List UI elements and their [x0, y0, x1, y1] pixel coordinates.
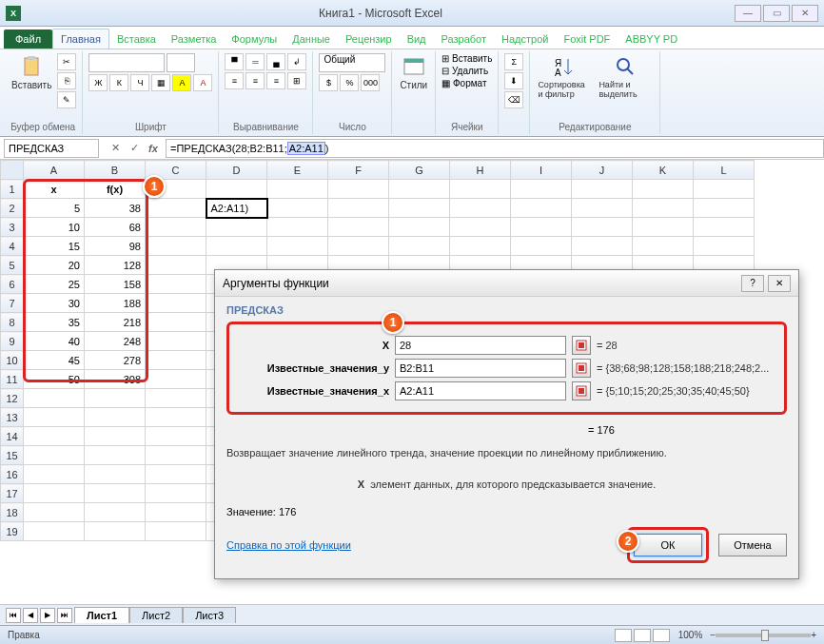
clear-button[interactable]: ⌫ [504, 91, 523, 108]
cell-C2[interactable] [146, 199, 206, 218]
cell-C17[interactable] [146, 484, 206, 503]
tab-home[interactable]: Главная [52, 29, 109, 49]
border-button[interactable]: ▦ [151, 74, 170, 91]
tab-view[interactable]: Вид [400, 29, 434, 49]
cell-C16[interactable] [146, 465, 206, 484]
view-break-button[interactable] [653, 629, 670, 642]
cell-C8[interactable] [146, 313, 206, 332]
cell-A7[interactable]: 30 [24, 294, 85, 313]
align-top-button[interactable]: ▀ [225, 53, 244, 70]
number-format-select[interactable]: Общий [319, 53, 385, 72]
cell-A13[interactable] [24, 408, 85, 427]
cell-A9[interactable]: 40 [24, 332, 85, 351]
cell-C4[interactable] [146, 237, 206, 256]
sheet-nav-first[interactable]: ⏮ [6, 608, 21, 623]
cell-B4[interactable]: 98 [85, 237, 146, 256]
ok-button[interactable]: ОК [634, 534, 702, 556]
cell-B10[interactable]: 278 [85, 351, 146, 370]
bold-button[interactable]: Ж [88, 74, 108, 91]
row-header-15[interactable]: 15 [1, 446, 24, 465]
cell-B2[interactable]: 38 [85, 199, 146, 218]
cell-E1[interactable] [267, 180, 328, 199]
cell-K1[interactable] [633, 180, 694, 199]
cell-C9[interactable] [146, 332, 206, 351]
row-header-17[interactable]: 17 [1, 484, 24, 503]
font-color-button[interactable]: А [193, 74, 212, 91]
paste-button[interactable]: Вставить [10, 53, 53, 92]
cell-A1[interactable]: x [24, 180, 85, 199]
italic-button[interactable]: К [109, 74, 128, 91]
cell-A10[interactable]: 45 [24, 351, 85, 370]
cell-A12[interactable] [24, 389, 85, 408]
cell-L4[interactable] [694, 237, 755, 256]
tab-insert[interactable]: Вставка [109, 29, 164, 49]
cell-F1[interactable] [328, 180, 389, 199]
sheet-nav-last[interactable]: ⏭ [57, 608, 72, 623]
sheet-tab-2[interactable]: Лист2 [129, 607, 183, 623]
cell-L2[interactable] [694, 199, 755, 218]
cell-C10[interactable] [146, 351, 206, 370]
cell-H1[interactable] [450, 180, 511, 199]
row-header-7[interactable]: 7 [1, 294, 24, 313]
cell-H4[interactable] [450, 237, 511, 256]
cell-F2[interactable] [328, 199, 389, 218]
col-header-K[interactable]: K [633, 161, 694, 180]
arg-knownx-range-button[interactable] [572, 381, 591, 400]
fx-button[interactable]: fx [145, 140, 162, 157]
cell-G4[interactable] [389, 237, 450, 256]
cell-C19[interactable] [146, 522, 206, 541]
cell-J1[interactable] [572, 180, 633, 199]
cell-A19[interactable] [24, 522, 85, 541]
row-header-4[interactable]: 4 [1, 237, 24, 256]
cancel-formula-button[interactable]: ✕ [107, 140, 124, 157]
align-center-button[interactable]: ≡ [245, 72, 265, 89]
row-header-14[interactable]: 14 [1, 427, 24, 446]
enter-formula-button[interactable]: ✓ [126, 140, 143, 157]
col-header-D[interactable]: D [206, 161, 267, 180]
cell-H3[interactable] [450, 218, 511, 237]
dialog-titlebar[interactable]: Аргументы функции ? ✕ [215, 270, 798, 297]
cell-A4[interactable]: 15 [24, 237, 85, 256]
col-header-J[interactable]: J [572, 161, 633, 180]
cell-A3[interactable]: 10 [24, 218, 85, 237]
cell-C18[interactable] [146, 503, 206, 522]
function-help-link[interactable]: Справка по этой функции [226, 539, 351, 551]
cell-B14[interactable] [85, 427, 146, 446]
styles-button[interactable]: Стили [398, 53, 429, 92]
tab-layout[interactable]: Разметка [164, 29, 225, 49]
row-header-3[interactable]: 3 [1, 218, 24, 237]
view-layout-button[interactable] [634, 629, 651, 642]
align-middle-button[interactable]: ═ [245, 53, 265, 70]
row-header-13[interactable]: 13 [1, 408, 24, 427]
cancel-button[interactable]: Отмена [718, 534, 787, 556]
arg-knownx-input[interactable] [395, 381, 566, 400]
autosum-button[interactable]: Σ [504, 53, 523, 70]
cut-button[interactable]: ✂ [57, 53, 76, 70]
zoom-slider[interactable] [716, 634, 811, 637]
sheet-nav-next[interactable]: ▶ [40, 608, 55, 623]
cell-C7[interactable] [146, 294, 206, 313]
sort-filter-button[interactable]: ЯА Сортировка и фильтр [536, 53, 593, 101]
col-header-G[interactable]: G [389, 161, 450, 180]
cell-G3[interactable] [389, 218, 450, 237]
cell-J4[interactable] [572, 237, 633, 256]
cell-F4[interactable] [328, 237, 389, 256]
close-button[interactable]: ✕ [792, 5, 818, 22]
sheet-tab-1[interactable]: Лист1 [74, 607, 129, 623]
zoom-in-button[interactable]: + [811, 630, 816, 640]
cell-A5[interactable]: 20 [24, 256, 85, 275]
delete-cells-button[interactable]: ⊟ Удалить [441, 66, 488, 76]
cell-I1[interactable] [511, 180, 572, 199]
cell-G1[interactable] [389, 180, 450, 199]
row-header-11[interactable]: 11 [1, 370, 24, 389]
row-header-2[interactable]: 2 [1, 199, 24, 218]
merge-button[interactable]: ⊞ [287, 72, 306, 89]
cell-D4[interactable] [206, 237, 267, 256]
dialog-help-button[interactable]: ? [741, 275, 764, 292]
maximize-button[interactable]: ▭ [763, 5, 790, 22]
cell-H2[interactable] [450, 199, 511, 218]
align-bottom-button[interactable]: ▄ [266, 53, 285, 70]
copy-button[interactable]: ⎘ [57, 72, 76, 89]
cell-B7[interactable]: 188 [85, 294, 146, 313]
tab-abbyy[interactable]: ABBYY PD [618, 29, 685, 49]
